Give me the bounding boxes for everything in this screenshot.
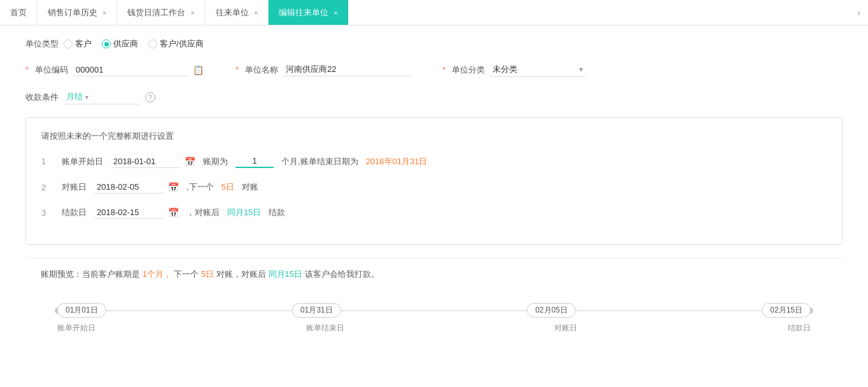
tab-cash-flow-label: 钱货日清工作台 <box>127 7 185 18</box>
tl-sublabel-2: 账单结束日 <box>306 323 344 334</box>
radio-customer[interactable]: 客户 <box>64 38 92 50</box>
form-row-unit-info: * 单位编码 📋 * 单位名称 * 单位分类 未分类 ▾ <box>25 62 843 77</box>
tl-node-4: 02月15日 <box>762 303 811 318</box>
tab-home[interactable]: 首页 <box>0 0 38 25</box>
tab-sales-history-close[interactable]: × <box>102 9 106 17</box>
row-label-1: 账单开始日 <box>62 156 103 167</box>
preview-part2-highlight: 5日 <box>201 269 214 279</box>
radio-supplier-label: 供应商 <box>113 38 138 50</box>
tab-edit-partner[interactable]: 编辑往来单位 × <box>269 0 348 25</box>
preview-prefix: 账期预览：当前客户账期是 <box>41 269 140 279</box>
payment-terms-label: 收款条件 <box>25 92 59 103</box>
preview-suffix: 该客户会给我打款。 <box>305 269 379 279</box>
setting-row-1: 1 账单开始日 📅 账期为 个月,账单结束日期为 2018年01月31日 <box>41 155 827 168</box>
unit-code-label: 单位编码 <box>35 64 68 76</box>
tl-node-3-label: 02月05日 <box>527 303 576 318</box>
row-num-1: 1 <box>41 157 54 166</box>
tab-scroll-right[interactable]: › <box>850 8 868 18</box>
unit-name-input[interactable] <box>283 64 410 76</box>
start-date-input[interactable] <box>111 155 181 168</box>
row-num-2: 2 <box>41 183 54 192</box>
period-label: 账期为 <box>203 156 228 167</box>
tab-cash-flow[interactable]: 钱货日清工作台 × <box>117 0 205 25</box>
unit-type-label: 单位类型 <box>25 38 59 50</box>
preview-part2-post: 对账，对账后 <box>216 269 266 279</box>
period-end-date: 2018年01月31日 <box>366 156 428 167</box>
period-unit: 个月,账单结束日期为 <box>281 156 358 167</box>
reconcile-post: 对账 <box>242 181 258 193</box>
payment-terms-dropdown[interactable]: 月结 ▾ <box>64 90 140 104</box>
unit-name-field: * 单位名称 <box>235 64 410 76</box>
payment-pre: ，对账后 <box>186 207 220 218</box>
reconcile-pre: ,下一个 <box>186 181 214 193</box>
reconcile-date-cal-icon[interactable]: 📅 <box>168 182 179 192</box>
payment-date-input[interactable] <box>94 206 164 219</box>
unit-type-radio-group: 客户 供应商 客户/供应商 <box>64 38 204 50</box>
radio-supplier-circle <box>102 39 111 48</box>
tl-node-2-label: 01月31日 <box>292 303 341 318</box>
period-input[interactable] <box>235 155 274 168</box>
radio-customer-circle <box>64 39 73 48</box>
unit-code-copy-icon[interactable]: 📋 <box>193 65 204 75</box>
unit-category-label: 单位分类 <box>452 64 485 76</box>
setting-row-2: 2 对账日 📅 ,下一个 5日 对账 <box>41 181 827 194</box>
preview-part1: 1个月， <box>143 269 172 279</box>
form-row-unit-type: 单位类型 客户 供应商 客户/供应商 <box>25 38 843 50</box>
tl-sublabel-1: 账单开始日 <box>57 323 95 334</box>
form-row-payment-terms: 收款条件 月结 ▾ ? <box>25 90 843 104</box>
payment-terms-arrow-icon: ▾ <box>85 94 88 101</box>
unit-name-label: 单位名称 <box>245 64 278 76</box>
row-label-3: 结款日 <box>62 207 87 218</box>
settings-panel: 请按照未来的一个完整帐期进行设置 1 账单开始日 📅 账期为 个月,账单结束日期… <box>25 117 843 245</box>
preview-part3: 同月15日 <box>269 269 302 279</box>
date-field-3: 📅 <box>94 206 179 219</box>
tab-edit-partner-close[interactable]: × <box>333 9 337 17</box>
start-date-cal-icon[interactable]: 📅 <box>185 157 195 167</box>
unit-category-field: * 单位分类 未分类 ▾ <box>442 62 585 77</box>
tab-partner-list-label: 往来单位 <box>216 7 249 18</box>
tab-partner-list[interactable]: 往来单位 × <box>206 0 269 25</box>
tl-sublabel-3: 对账日 <box>554 323 577 334</box>
unit-category-select[interactable]: 未分类 ▾ <box>490 62 585 77</box>
unit-category-arrow-icon: ▾ <box>579 65 583 74</box>
panel-title: 请按照未来的一个完整帐期进行设置 <box>41 130 827 142</box>
tl-node-3: 02月05日 <box>527 303 576 318</box>
tab-bar: 首页 销售订单历史 × 钱货日清工作台 × 往来单位 × 编辑往来单位 × › <box>0 0 868 25</box>
tl-node-4-label: 02月15日 <box>762 303 811 318</box>
preview-part2-pre: 下一个 <box>174 269 199 279</box>
payment-post: 结款 <box>269 207 285 218</box>
tab-sales-history[interactable]: 销售订单历史 × <box>38 0 117 25</box>
tab-edit-partner-label: 编辑往来单位 <box>279 7 328 18</box>
radio-both[interactable]: 客户/供应商 <box>148 38 204 50</box>
preview-section: 账期预览：当前客户账期是 1个月， 下一个 5日 对账，对账后 同月15日 该客… <box>25 258 843 290</box>
radio-supplier-dot <box>104 42 109 46</box>
payment-date-cal-icon[interactable]: 📅 <box>168 208 179 218</box>
unit-category-required: * <box>442 65 445 74</box>
unit-code-field: * 单位编码 📋 <box>25 64 204 76</box>
tab-sales-history-label: 销售订单历史 <box>48 7 97 18</box>
tab-cash-flow-close[interactable]: × <box>190 9 194 17</box>
tl-sublabel-4: 结款日 <box>788 323 811 334</box>
timeline-section: 01月01日 01月31日 02月05日 02月15日 账单开始日 账单结束日 … <box>25 290 843 340</box>
unit-name-required: * <box>235 65 239 74</box>
payment-terms-help-icon[interactable]: ? <box>145 92 155 102</box>
unit-code-input[interactable] <box>73 64 188 76</box>
row-num-3: 3 <box>41 208 54 218</box>
payment-highlight: 同月15日 <box>227 207 261 218</box>
payment-terms-field: 收款条件 月结 ▾ ? <box>25 90 155 104</box>
tab-home-label: 首页 <box>10 7 27 18</box>
setting-row-3: 3 结款日 📅 ，对账后 同月15日 结款 <box>41 206 827 219</box>
tl-node-2: 01月31日 <box>292 303 341 318</box>
date-field-1: 📅 <box>111 155 195 168</box>
unit-type-field: 单位类型 客户 供应商 客户/供应商 <box>25 38 204 50</box>
radio-both-circle <box>148 39 157 48</box>
tl-node-1: 01月01日 <box>57 303 106 318</box>
reconcile-highlight: 5日 <box>221 181 234 193</box>
reconcile-date-input[interactable] <box>94 181 164 194</box>
page-content: 单位类型 客户 供应商 客户/供应商 <box>0 25 868 387</box>
tab-partner-list-close[interactable]: × <box>254 9 258 17</box>
radio-supplier[interactable]: 供应商 <box>102 38 138 50</box>
tl-node-1-label: 01月01日 <box>57 303 106 318</box>
row-label-2: 对账日 <box>62 181 87 193</box>
unit-code-required: * <box>25 65 29 74</box>
